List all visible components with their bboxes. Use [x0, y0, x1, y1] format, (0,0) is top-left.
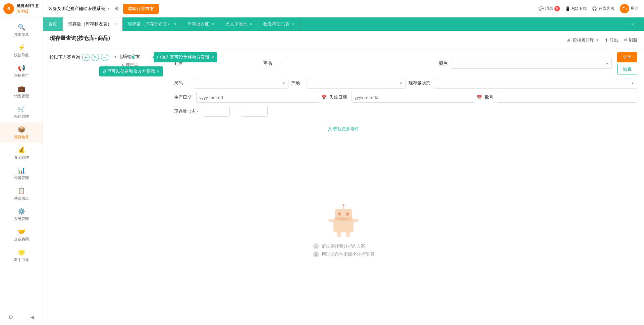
headset-icon: 🎧 — [592, 6, 597, 11]
add-scheme-btn[interactable]: + — [82, 54, 90, 61]
tab-close-inventory-dist[interactable]: × — [174, 22, 176, 26]
svg-rect-6 — [328, 219, 333, 222]
form-row-4: 现存量（主） — — [174, 106, 637, 117]
tab-batch[interactable]: 库存批次账 × — [182, 17, 220, 31]
app-download-btn[interactable]: 📱 App下载 — [565, 6, 587, 11]
refresh-icon: ↺ — [624, 38, 627, 43]
trial-btn[interactable]: 体验行业方案 — [123, 4, 159, 14]
tab-home[interactable]: 首页 — [43, 17, 63, 31]
export-btn[interactable]: ⬆ 导出 — [604, 37, 618, 43]
tab-flow[interactable]: 出入库流水 × — [220, 17, 258, 31]
produce-date-input-wrap: 📅 — [196, 92, 327, 103]
empty-robot-svg — [325, 202, 362, 239]
operation-icon: 📊 — [18, 167, 25, 174]
origin-field: 产地 ▼ — [291, 78, 406, 89]
expire-date-input-wrap: 📅 — [352, 92, 482, 103]
sidebar-item-finance[interactable]: 💰 资金管理 — [0, 143, 43, 163]
page-header: 现存量查询(按仓库+商品) 🖨 按模板打印 ▼ ⬆ 导出 ↺ 刷新 — [43, 31, 644, 49]
logo-icon: 6 — [3, 3, 14, 14]
refresh-btn[interactable]: ↺ 刷新 — [624, 37, 637, 43]
color-field: 颜色 ▼ — [439, 58, 612, 69]
expire-date-input[interactable] — [352, 92, 475, 103]
sidebar-item-basic[interactable]: 📋 基础信息 — [0, 184, 43, 204]
edit-scheme-btn[interactable]: ✎ — [92, 54, 99, 61]
stock-main-from-input[interactable] — [203, 106, 230, 117]
sidebar-item-operation[interactable]: 📊 经营管理 — [0, 163, 43, 184]
sidebar-item-marketing[interactable]: 📢 营销推广 — [0, 61, 43, 82]
tabs-end: × ⛶ — [629, 17, 644, 31]
origin-select[interactable]: ▼ — [307, 78, 406, 89]
sidebar-settings-btn[interactable]: ⚙ — [7, 313, 14, 322]
sales-icon: 💼 — [18, 85, 25, 92]
enterprise-icon: 🤝 — [18, 228, 25, 235]
sidebar-item-sales[interactable]: 💼 销售管理 — [0, 82, 43, 102]
step1-num: 1 — [313, 243, 319, 249]
message-btn[interactable]: 💬 消息 6 — [539, 6, 560, 11]
guide-icon: 🌟 — [18, 249, 25, 256]
message-icon: 💬 — [539, 6, 544, 11]
tab-fullscreen-btn[interactable]: ⛶ — [637, 21, 641, 27]
produce-date-calendar-icon[interactable]: 📅 — [321, 95, 327, 100]
collapse-arrow-icon: ⋀ — [328, 126, 332, 131]
sidebar-item-purchase[interactable]: 🛒 采购管理 — [0, 102, 43, 122]
action-buttons: 查询 设置 — [617, 52, 637, 74]
print-btn[interactable]: 🖨 按模板打印 ▼ — [567, 37, 599, 43]
logo-text: 畅捷通好生意 标准版 — [17, 3, 39, 14]
tab-close-inventory-status[interactable]: × — [114, 22, 117, 26]
tab-close-all-btn[interactable]: × — [631, 21, 634, 27]
tab-close-flow[interactable]: × — [250, 22, 252, 26]
stock-main-to-input[interactable] — [241, 106, 268, 117]
tooltip-arrow-left-indicator — [151, 56, 154, 59]
empty-state-icon — [325, 202, 362, 239]
sidebar-item-search[interactable]: 🔍 搜索菜单 — [0, 20, 43, 41]
search-icon: 🔍 — [18, 23, 25, 31]
svg-rect-7 — [354, 219, 359, 222]
step2-num: 2 — [313, 251, 319, 257]
sidebar-item-enterprise[interactable]: 🤝 企业协同 — [0, 225, 43, 245]
svg-point-3 — [346, 212, 349, 216]
color-select[interactable]: ▼ — [451, 58, 612, 69]
produce-date-field: 生产日期 📅 — [174, 92, 327, 103]
stock-status-select[interactable]: ▼ — [434, 78, 638, 89]
goods-dots[interactable]: ··· — [279, 61, 282, 66]
tab-collect[interactable]: 收发存汇总表 × — [258, 17, 300, 31]
tooltip-scheme-close[interactable]: × — [157, 69, 160, 74]
sidebar-item-quick[interactable]: ⚡ 快捷导航 — [0, 41, 43, 61]
topbar-gear-icon[interactable]: ⚙ — [114, 5, 119, 12]
svg-rect-9 — [346, 232, 350, 237]
stock-status-dropdown-arrow: ▼ — [631, 82, 634, 85]
tab-inventory-status[interactable]: 现存量（库存状况表） × — [63, 17, 122, 31]
collapse-bar[interactable]: ⋀ 收起更多条件 — [50, 123, 637, 134]
form-row-3: 生产日期 📅 失效日期 📅 — [174, 92, 637, 103]
tab-close-batch[interactable]: × — [212, 22, 214, 26]
reset-btn[interactable]: 设置 — [617, 64, 637, 74]
page-title: 现存量查询(按仓库+商品) — [50, 35, 110, 45]
inventory-icon: 📦 — [18, 126, 25, 133]
back-btn[interactable]: ← — [101, 54, 108, 61]
toolbar: 🖨 按模板打印 ▼ ⬆ 导出 ↺ 刷新 — [567, 37, 637, 43]
expire-date-calendar-icon[interactable]: 📅 — [477, 95, 482, 100]
user-menu[interactable]: Ea 用户 — [620, 4, 639, 13]
sidebar-item-inventory[interactable]: 📦 库存核算 — [0, 122, 43, 143]
expire-date-field: 失效日期 📅 — [329, 92, 482, 103]
goods-field: 商品 ··· — [263, 60, 436, 66]
search-btn[interactable]: 查询 — [617, 52, 637, 62]
tab-close-collect[interactable]: × — [292, 22, 294, 26]
form-row-2: 尺码 ▼ 产地 ▼ — [174, 78, 637, 89]
empty-state: 1 请先选择要分析的方案 2 用过滤条件来缩小分析范围 — [43, 134, 644, 325]
origin-dropdown-arrow: ▼ — [399, 82, 403, 85]
tab-inventory-dist[interactable]: 现存量（库存分布表） × — [122, 17, 182, 31]
support-btn[interactable]: 🎧 在线客服 — [592, 6, 614, 11]
produce-date-input[interactable] — [196, 92, 320, 103]
sidebar-menu: 🔍 搜索菜单 ⚡ 快捷导航 📢 营销推广 💼 销售管理 🛒 采购管理 📦 库存核… — [0, 17, 43, 309]
sidebar-item-system[interactable]: ⚙️ 系统管理 — [0, 204, 43, 225]
batch-input[interactable] — [497, 92, 637, 103]
size-select[interactable]: ▼ — [193, 78, 288, 89]
sidebar-collapse-btn[interactable]: ◀ — [29, 313, 36, 322]
tooltip-pc-close[interactable]: × — [211, 55, 214, 60]
topbar-right: 💬 消息 6 📱 App下载 🎧 在线客服 Ea 用户 — [539, 4, 639, 13]
title-dropdown-arrow: ▼ — [107, 7, 110, 10]
form-fields: 仓库 ··· 商品 ··· 颜色 ▼ — [167, 52, 637, 120]
system-title[interactable]: 装备及固定资产辅助管理系统 ▼ — [48, 6, 110, 12]
sidebar-item-guide[interactable]: 🌟 新手引导 — [0, 245, 43, 266]
